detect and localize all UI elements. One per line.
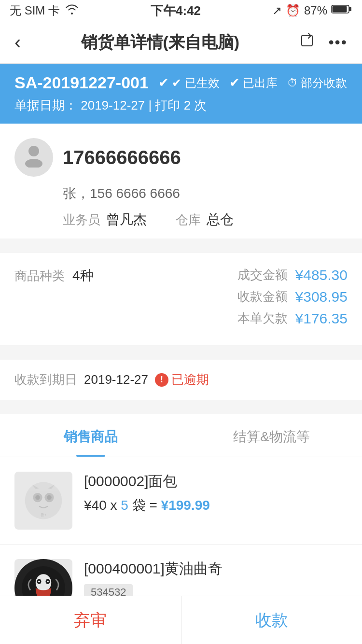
svg-rect-3 [302, 35, 312, 46]
product-qty-1: 5 [121, 498, 128, 513]
customer-sub-info: 张，156 6666 6666 [14, 184, 348, 203]
amount-label: 成交金额 [237, 266, 288, 283]
debt-label: 本单欠款 [237, 310, 288, 327]
customer-section: 17666666666 张，156 6666 6666 业务员 曾凡杰 仓库 总… [0, 124, 362, 238]
bottom-bar: 弃审 收款 [0, 596, 362, 644]
stats-left: 商品种类 4种 [14, 266, 94, 288]
badge-activated: ✔ ✔ 已生效 [158, 75, 220, 91]
check-icon-2: ✔ [229, 75, 240, 90]
overdue-dot-icon: ! [155, 373, 168, 387]
print-info: | 打印 2 次 [148, 98, 207, 112]
product-item-1: 兽+ [0000002]面包 ¥40 x 5 袋 = ¥199.99 [0, 457, 362, 545]
svg-point-17 [47, 581, 49, 583]
date-label: 单据日期： [14, 98, 77, 112]
separator-3 [0, 405, 362, 414]
due-date-value: 2019-12-27 [84, 372, 148, 387]
more-icon[interactable]: ••• [328, 33, 348, 51]
stats-section: 商品种类 4种 成交金额 ¥485.30 收款金额 ¥308.95 本单欠款 ¥… [0, 253, 362, 345]
tabs-section: 销售商品 结算&物流等 [0, 414, 362, 457]
back-button[interactable]: ‹ [14, 31, 21, 53]
warehouse-item: 仓库 总仓 [176, 210, 234, 229]
alarm-icon: ⏰ [286, 4, 300, 17]
share-icon[interactable] [299, 31, 317, 53]
battery-icon [331, 4, 352, 17]
product-thumb-1: 兽+ [14, 472, 72, 530]
debt-value: ¥176.35 [295, 310, 348, 327]
location-icon: ↗ [272, 4, 282, 17]
overdue-badge: ! 已逾期 [155, 371, 209, 388]
tab-settlement-logistics[interactable]: 结算&物流等 [181, 414, 362, 457]
amount-row: 成交金额 ¥485.30 [237, 266, 348, 283]
nav-bar: ‹ 销货单详情(来自电脑) ••• [0, 21, 362, 64]
svg-point-9 [35, 495, 40, 500]
product-name-2: [000400001]黄油曲奇 [84, 559, 348, 579]
product-type-label: 商品种类 [14, 267, 65, 284]
badge-partial-payment: ⏱ 部分收款 [287, 75, 347, 91]
product-total-1: ¥199.99 [161, 498, 210, 513]
signal-text: 无 SIM 卡 [10, 3, 60, 18]
avatar-icon [21, 141, 47, 173]
debt-row: 本单欠款 ¥176.35 [237, 310, 348, 327]
salesperson-item: 业务员 曾凡杰 [63, 210, 147, 229]
svg-point-10 [47, 495, 52, 500]
received-row: 收款金额 ¥308.95 [237, 288, 348, 305]
nav-actions: ••• [299, 31, 348, 53]
warehouse-value: 总仓 [207, 210, 234, 229]
salesperson-value: 曾凡杰 [106, 210, 147, 229]
svg-rect-2 [332, 6, 347, 13]
due-section: 收款到期日 2019-12-27 ! 已逾期 [0, 360, 362, 400]
badge-out-stock: ✔ 已出库 [229, 75, 278, 91]
check-icon-1: ✔ [158, 75, 169, 90]
banner-date: 单据日期： 2019-12-27 | 打印 2 次 [14, 97, 348, 114]
clock-icon: ⏱ [287, 77, 298, 89]
received-value: ¥308.95 [295, 289, 348, 305]
svg-point-5 [25, 159, 42, 168]
battery-text: 87% [304, 4, 327, 17]
stats-right: 成交金额 ¥485.30 收款金额 ¥308.95 本单欠款 ¥176.35 [237, 266, 348, 332]
date-value: 2019-12-27 [81, 98, 145, 112]
warehouse-label: 仓库 [176, 211, 201, 228]
cancel-review-button[interactable]: 弃审 [0, 596, 181, 644]
amount-value: ¥485.30 [295, 267, 348, 283]
svg-rect-1 [349, 7, 351, 11]
avatar [14, 138, 53, 177]
order-id: SA-20191227-001 [14, 73, 149, 92]
owl-icon: 兽+ [24, 481, 63, 520]
tab-sales-products[interactable]: 销售商品 [0, 414, 181, 457]
time-display: 下午4:42 [151, 2, 201, 19]
page-title: 销货单详情(来自电脑) [81, 31, 240, 54]
customer-meta: 业务员 曾凡杰 仓库 总仓 [14, 210, 348, 229]
separator-2 [0, 350, 362, 360]
svg-text:兽+: 兽+ [41, 513, 47, 517]
status-bar: 无 SIM 卡 下午4:42 ↗ ⏰ 87% [0, 0, 362, 21]
customer-row: 17666666666 [14, 138, 348, 177]
wifi-icon [65, 4, 79, 17]
customer-phone: 17666666666 [63, 147, 181, 168]
header-banner: SA-20191227-001 ✔ ✔ 已生效 ✔ 已出库 ⏱ 部分收款 单据日… [0, 64, 362, 124]
product-name-1: [0000002]面包 [84, 472, 348, 491]
received-label: 收款金额 [237, 288, 288, 305]
tabs-row: 销售商品 结算&物流等 [0, 414, 362, 457]
separator-1 [0, 243, 362, 253]
status-right: ↗ ⏰ 87% [272, 4, 352, 17]
product-info-1: [0000002]面包 ¥40 x 5 袋 = ¥199.99 [84, 472, 348, 515]
product-type-value: 4种 [72, 266, 94, 285]
overdue-text: 已逾期 [171, 371, 209, 388]
product-type-row: 商品种类 4种 [14, 266, 94, 285]
banner-top: SA-20191227-001 ✔ ✔ 已生效 ✔ 已出库 ⏱ 部分收款 [14, 73, 348, 92]
due-date-label: 收款到期日 [14, 371, 77, 388]
svg-point-4 [28, 146, 39, 156]
salesperson-label: 业务员 [63, 211, 100, 228]
collect-payment-button[interactable]: 收款 [181, 596, 362, 644]
product-price-1: ¥40 x 5 袋 = ¥199.99 [84, 496, 348, 515]
status-left: 无 SIM 卡 [10, 3, 79, 18]
svg-point-16 [38, 581, 40, 583]
